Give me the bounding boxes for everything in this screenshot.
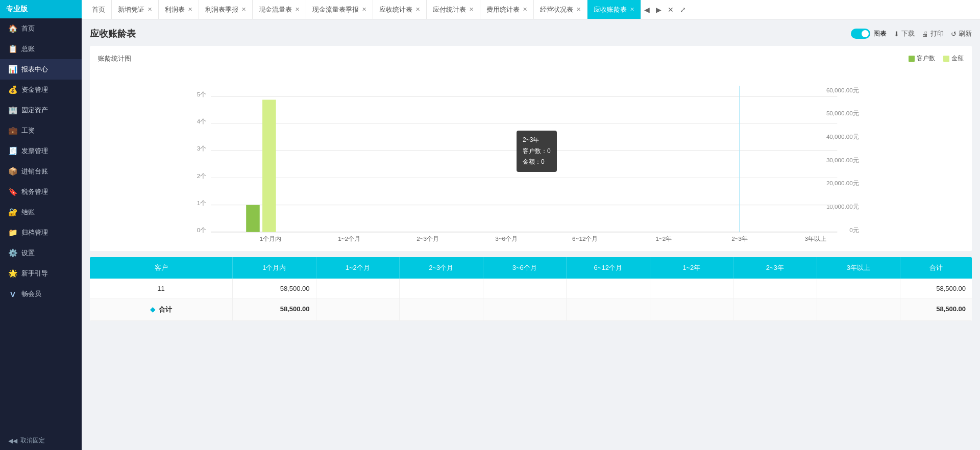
tab-aging-label: 应收账龄表: [594, 5, 627, 14]
td-m1: 58,500.00: [233, 279, 316, 298]
sidebar-item-label: 进销台账: [21, 167, 48, 176]
svg-text:1个: 1个: [197, 199, 207, 206]
sidebar-item-home[interactable]: 🏠 首页: [0, 18, 82, 39]
collapse-icon: ◀◀: [8, 437, 17, 444]
td-total-m12: [316, 299, 400, 320]
th-m36: 3~6个月: [483, 257, 567, 279]
tab-voucher[interactable]: 新增凭证 ✕: [112, 0, 159, 19]
sidebar-item-vip[interactable]: V 畅会员: [0, 284, 82, 304]
tab-profit-q[interactable]: 利润表季报 ✕: [199, 0, 253, 19]
print-btn[interactable]: 🖨 打印: [922, 29, 944, 38]
chart-toggle[interactable]: [851, 29, 870, 39]
archive-icon: 📁: [8, 228, 17, 237]
sidebar-item-salary[interactable]: 💼 工资: [0, 120, 82, 141]
tab-aging-close[interactable]: ✕: [630, 6, 634, 13]
sidebar-item-funds[interactable]: 💰 资金管理: [0, 80, 82, 100]
th-y12: 1~2年: [650, 257, 734, 279]
tab-cashflow-q-close[interactable]: ✕: [362, 6, 366, 13]
bar-chart: 0个 1个 2个 3个 4个 5个 0元 10,000.00元 20,000.0…: [98, 69, 964, 243]
tab-prev-btn[interactable]: ◀: [641, 6, 653, 14]
download-icon: ⬇: [894, 30, 899, 38]
sidebar-item-label: 资金管理: [21, 85, 48, 94]
td-total-label: ◆ 合计: [90, 299, 233, 320]
td-customer: 11: [90, 279, 233, 298]
sidebar-item-reports[interactable]: 📊 报表中心: [0, 59, 82, 80]
th-customer: 客户: [90, 257, 233, 279]
data-table: 客户 1个月内 1~2个月 2~3个月 3~6个月 6~12个月 1~2年 2~…: [90, 257, 972, 321]
sidebar-item-tax[interactable]: 🔖 税务管理: [0, 182, 82, 202]
tab-receivable-stat-close[interactable]: ✕: [415, 6, 420, 13]
svg-text:5个: 5个: [197, 91, 207, 97]
tab-profit[interactable]: 利润表 ✕: [159, 0, 199, 19]
tab-next-btn[interactable]: ▶: [653, 6, 665, 14]
sidebar-item-closing[interactable]: 🔐 结账: [0, 202, 82, 222]
refresh-btn[interactable]: ↺ 刷新: [951, 29, 972, 38]
legend-amount: 金额: [943, 54, 964, 63]
tab-payable-stat-label: 应付统计表: [433, 5, 466, 14]
tab-cashflow-close[interactable]: ✕: [295, 6, 300, 13]
tab-business-stat-close[interactable]: ✕: [576, 6, 581, 13]
sidebar: 专业版 🏠 首页 📋 总账 📊 报表中心 💰 资金管理 🏢 固定资产 💼 工资 …: [0, 0, 82, 450]
guide-icon: 🌟: [8, 269, 17, 278]
download-btn[interactable]: ⬇ 下载: [894, 29, 915, 38]
sidebar-item-settings[interactable]: ⚙️ 设置: [0, 243, 82, 263]
td-total-y12: [650, 299, 734, 320]
refresh-icon: ↺: [951, 30, 957, 38]
tab-business-stat[interactable]: 经营状况表 ✕: [534, 0, 587, 19]
sidebar-item-label: 税务管理: [21, 187, 48, 196]
tax-icon: 🔖: [8, 187, 17, 196]
tab-expense-stat-close[interactable]: ✕: [523, 6, 527, 13]
tab-aging[interactable]: 应收账龄表 ✕: [587, 0, 641, 19]
td-total: 58,500.00: [900, 279, 972, 298]
sidebar-item-label: 畅会员: [21, 289, 41, 298]
svg-text:60,000.00元: 60,000.00元: [826, 87, 859, 93]
sales-icon: 📦: [8, 167, 17, 176]
main-area: 首页 新增凭证 ✕ 利润表 ✕ 利润表季报 ✕ 现金流量表 ✕ 现金流量表季报 …: [82, 0, 980, 450]
sidebar-item-invoice[interactable]: 🧾 发票管理: [0, 141, 82, 161]
chart-legend: 客户数 金额: [909, 54, 964, 63]
svg-text:50,000.00元: 50,000.00元: [826, 110, 859, 116]
download-label: 下载: [901, 29, 915, 38]
legend-customers-label: 客户数: [917, 54, 935, 63]
td-y12: [650, 279, 734, 298]
tab-close-all-btn[interactable]: ✕: [665, 6, 677, 14]
svg-text:0个: 0个: [197, 227, 207, 233]
tab-home[interactable]: 首页: [86, 0, 112, 19]
refresh-label: 刷新: [959, 29, 972, 38]
tab-home-label: 首页: [92, 5, 105, 14]
tab-expense-stat[interactable]: 费用统计表 ✕: [480, 0, 534, 19]
tab-cashflow-q[interactable]: 现金流量表季报 ✕: [306, 0, 373, 19]
tab-cashflow[interactable]: 现金流量表 ✕: [253, 0, 306, 19]
collapse-label: 取消固定: [20, 436, 45, 445]
sidebar-item-archive[interactable]: 📁 归档管理: [0, 222, 82, 243]
total-icon: ◆: [150, 306, 155, 313]
chart-container: 账龄统计图 客户数 金额 0个 1个 2个 3个 4个: [90, 46, 972, 251]
sidebar-item-ledger[interactable]: 📋 总账: [0, 39, 82, 59]
page-header: 应收账龄表 图表 ⬇ 下载 🖨 打印 ↺ 刷新: [90, 28, 972, 40]
legend-amount-dot: [943, 56, 949, 62]
sidebar-item-label: 结账: [21, 208, 35, 217]
tab-profit-close[interactable]: ✕: [188, 6, 192, 13]
sidebar-item-label: 工资: [21, 126, 35, 135]
table-total-row: ◆ 合计 58,500.00 58,500.00: [90, 299, 972, 321]
sidebar-item-assets[interactable]: 🏢 固定资产: [0, 100, 82, 120]
sidebar-item-sales[interactable]: 📦 进销台账: [0, 161, 82, 182]
tab-receivable-stat[interactable]: 应收统计表 ✕: [373, 0, 427, 19]
td-total-m23: [400, 299, 483, 320]
tab-payable-stat[interactable]: 应付统计表 ✕: [427, 0, 480, 19]
table-header: 客户 1个月内 1~2个月 2~3个月 3~6个月 6~12个月 1~2年 2~…: [90, 257, 972, 279]
tab-profit-q-close[interactable]: ✕: [241, 6, 246, 13]
tab-bar: 首页 新增凭证 ✕ 利润表 ✕ 利润表季报 ✕ 现金流量表 ✕ 现金流量表季报 …: [82, 0, 980, 19]
salary-icon: 💼: [8, 126, 17, 135]
tab-expand-btn[interactable]: ⤢: [677, 6, 689, 14]
th-m23: 2~3个月: [400, 257, 483, 279]
invoice-icon: 🧾: [8, 146, 17, 156]
svg-text:6~12个月: 6~12个月: [572, 235, 598, 242]
tab-payable-stat-close[interactable]: ✕: [469, 6, 474, 13]
page-title: 应收账龄表: [90, 28, 136, 40]
svg-text:30,000.00元: 30,000.00元: [826, 157, 859, 163]
assets-icon: 🏢: [8, 106, 17, 115]
sidebar-item-guide[interactable]: 🌟 新手引导: [0, 263, 82, 284]
tab-voucher-close[interactable]: ✕: [148, 6, 152, 13]
sidebar-collapse-btn[interactable]: ◀◀ 取消固定: [0, 431, 82, 450]
